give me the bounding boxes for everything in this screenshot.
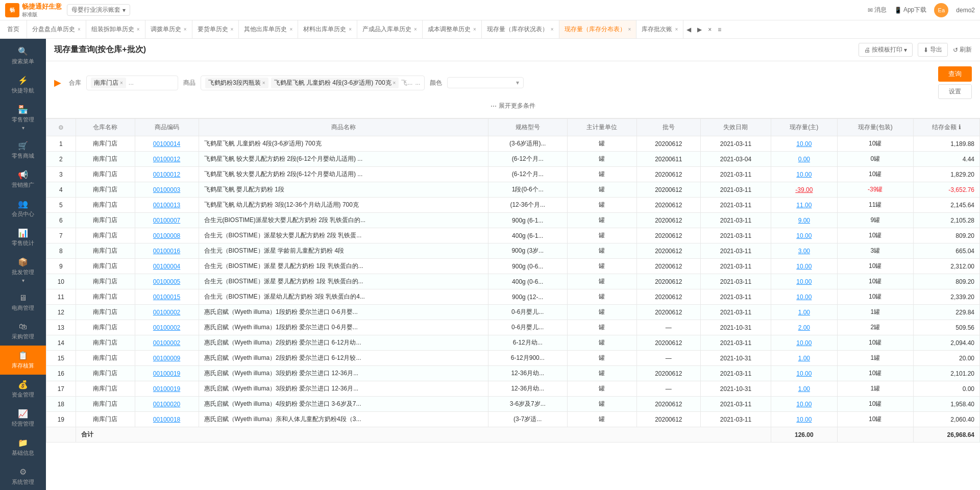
- tab-yaohuo[interactable]: 要货单历史 ×: [192, 20, 239, 38]
- tab-kucun-zt[interactable]: 现存量（库存状况表） ×: [482, 20, 559, 38]
- cell-code[interactable]: 00100004: [135, 259, 199, 274]
- close-tab-zuhe[interactable]: ×: [137, 27, 140, 32]
- cell-qty-main[interactable]: 1.00: [771, 305, 837, 320]
- tab-zuhe[interactable]: 组装拆卸单历史 ×: [86, 20, 145, 38]
- cell-qty-main[interactable]: 10.00: [771, 167, 837, 182]
- cell-qty-main[interactable]: 10.00: [771, 289, 837, 305]
- expand-filter-btn[interactable]: ▶: [54, 77, 61, 88]
- tab-close-btn[interactable]: ×: [705, 26, 715, 33]
- expand-more-btn[interactable]: ⋯ 展开更多条件: [54, 99, 972, 113]
- org-select[interactable]: 母婴行业演示账套 ▾: [67, 4, 130, 16]
- cell-code[interactable]: 00100002: [135, 335, 199, 351]
- sidebar-item-shortcut[interactable]: ⚡ 快捷导航: [0, 70, 46, 100]
- cell-qty-main[interactable]: 10.00: [771, 228, 837, 243]
- close-tab-kucun-fb[interactable]: ×: [628, 27, 631, 32]
- app-download-btn[interactable]: 📱 App下载: [894, 6, 926, 14]
- cell-code[interactable]: 00100019: [135, 381, 199, 397]
- cell-qty-main[interactable]: 10.00: [771, 397, 837, 412]
- cell-code[interactable]: 00100014: [135, 136, 199, 152]
- color-tag-group[interactable]: ▾: [447, 77, 524, 88]
- tab-menu-btn[interactable]: ≡: [715, 26, 724, 33]
- sidebar-item-stats[interactable]: 📊 零售统计: [0, 223, 46, 252]
- tab-fenban[interactable]: 分盘盘点单历史 ×: [27, 20, 86, 38]
- close-tab-chengben[interactable]: ×: [473, 27, 476, 32]
- sidebar-item-purchase[interactable]: 🛍 采购管理: [0, 317, 46, 346]
- close-tab-fenban[interactable]: ×: [78, 27, 81, 32]
- close-tab-cailiao[interactable]: ×: [349, 27, 352, 32]
- message-btn[interactable]: ✉ 消息: [868, 6, 887, 14]
- close-tab-qita[interactable]: ×: [289, 27, 292, 32]
- cell-code[interactable]: 00100002: [135, 320, 199, 335]
- sidebar-item-member[interactable]: 👥 会员中心: [0, 194, 46, 223]
- cell-code[interactable]: 00100018: [135, 412, 199, 427]
- tab-home[interactable]: 首页: [0, 20, 27, 38]
- cell-qty-main[interactable]: 0.00: [771, 152, 837, 167]
- sidebar-item-finance[interactable]: 💰 资金管理: [0, 375, 46, 404]
- sidebar-item-base[interactable]: 📁 基础信息: [0, 433, 46, 462]
- cell-qty-main[interactable]: 1.00: [771, 381, 837, 397]
- tab-kucun-pici[interactable]: 库存批次账 ×: [636, 20, 683, 38]
- cell-code[interactable]: 00100012: [135, 152, 199, 167]
- cell-code[interactable]: 00100009: [135, 351, 199, 366]
- sidebar-item-operation[interactable]: 📈 经营管理: [0, 404, 46, 433]
- sidebar-item-system[interactable]: ⚙ 系统管理: [0, 462, 46, 490]
- cell-qty-main[interactable]: 10.00: [771, 335, 837, 351]
- tab-chengben[interactable]: 成本调整单历史 ×: [423, 20, 482, 38]
- cell-code[interactable]: 00100002: [135, 305, 199, 320]
- tab-prev-btn[interactable]: ◀: [683, 26, 694, 33]
- query-btn[interactable]: 查询: [938, 66, 972, 82]
- cell-code[interactable]: 00100016: [135, 243, 199, 259]
- cell-code[interactable]: 00100015: [135, 289, 199, 305]
- close-tab-diaopi[interactable]: ×: [184, 27, 187, 32]
- cell-qty-main[interactable]: 10.00: [771, 366, 837, 381]
- warehouse-tag-close[interactable]: ×: [120, 80, 123, 86]
- cell-qty-main[interactable]: 10.00: [771, 136, 837, 152]
- sidebar-item-ecom[interactable]: 🖥 电商管理: [0, 288, 46, 317]
- cell-code[interactable]: 00100012: [135, 167, 199, 182]
- cell-qty-main[interactable]: 1.00: [771, 351, 837, 366]
- sidebar-item-retail[interactable]: 🏪 零售管理 ▾: [0, 100, 46, 136]
- cell-qty-main[interactable]: 9.00: [771, 213, 837, 228]
- export-btn[interactable]: ⬇ 导出: [918, 43, 948, 57]
- cell-qty-main[interactable]: 3.00: [771, 243, 837, 259]
- product-more-dots[interactable]: ...: [415, 79, 420, 86]
- product-tag-close-2[interactable]: ×: [393, 80, 396, 86]
- refresh-btn[interactable]: ↺ 刷新: [953, 45, 972, 54]
- product-more[interactable]: 飞...: [401, 79, 412, 87]
- product-tag-group[interactable]: 飞鹤奶粉3段丙瓶装 × 飞鹤星飞帆 儿童奶粉 4段(3-6岁适用) 700克 ×…: [201, 76, 425, 90]
- cell-qty-main[interactable]: 10.00: [771, 274, 837, 289]
- print-btn[interactable]: 🖨 按模板打印 ▾: [859, 43, 913, 57]
- close-tab-chanpin[interactable]: ×: [414, 27, 417, 32]
- cell-code[interactable]: 00100005: [135, 274, 199, 289]
- cell-code[interactable]: 00100013: [135, 198, 199, 213]
- cell-qty-main[interactable]: 10.00: [771, 412, 837, 427]
- cell-code[interactable]: 00100019: [135, 366, 199, 381]
- product-tag-close-1[interactable]: ×: [262, 80, 265, 86]
- close-tab-kucun-zt[interactable]: ×: [551, 27, 554, 32]
- sidebar-item-retailshop[interactable]: 🛒 零售商城: [0, 136, 46, 165]
- close-tab-kucun-pici[interactable]: ×: [675, 27, 678, 32]
- sidebar-item-search[interactable]: 🔍 搜索菜单: [0, 41, 46, 70]
- cell-qty-main[interactable]: 11.00: [771, 198, 837, 213]
- tab-chanpin[interactable]: 产成品入库单历史 ×: [357, 20, 423, 38]
- warehouse-tag-group[interactable]: 南库门店 × ...: [86, 76, 178, 90]
- tab-qita[interactable]: 其他出库单历史 ×: [239, 20, 298, 38]
- warehouse-more[interactable]: ...: [129, 79, 134, 86]
- tab-diaopi[interactable]: 调拨单历史 ×: [145, 20, 192, 38]
- sidebar-item-wholesale[interactable]: 📦 批发管理 ▾: [0, 252, 46, 288]
- close-tab-yaohuo[interactable]: ×: [231, 27, 234, 32]
- table-settings-icon[interactable]: ⚙: [58, 124, 64, 131]
- avatar[interactable]: Ea: [934, 3, 948, 17]
- cell-code[interactable]: 00100008: [135, 228, 199, 243]
- tab-next-btn[interactable]: ▶: [694, 26, 705, 33]
- sidebar-item-marketing[interactable]: 📢 营销推广: [0, 165, 46, 194]
- cell-code[interactable]: 00100007: [135, 213, 199, 228]
- setting-btn[interactable]: 设置: [938, 84, 972, 99]
- cell-qty-main[interactable]: -39.00: [771, 182, 837, 198]
- tab-cailiao[interactable]: 材料出库单历史 ×: [298, 20, 357, 38]
- cell-qty-main[interactable]: 10.00: [771, 259, 837, 274]
- cell-qty-main[interactable]: 2.00: [771, 320, 837, 335]
- cell-code[interactable]: 00100003: [135, 182, 199, 198]
- tab-kucun-fb[interactable]: 现存量（库存分布表） ×: [559, 20, 637, 38]
- sidebar-item-inventory[interactable]: 📋 库存核算: [0, 346, 46, 375]
